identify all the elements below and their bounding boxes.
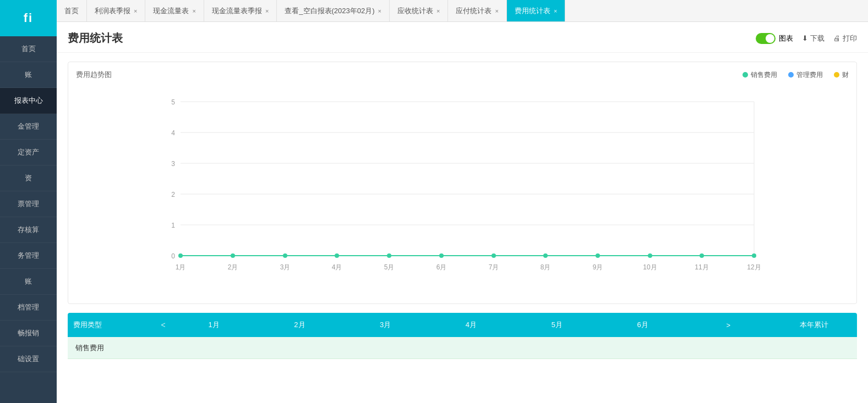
dot-sales-7 (492, 253, 496, 258)
th-month-3: 3月 (342, 320, 428, 330)
chart-label: 图表 (779, 34, 793, 43)
th-month-5: 5月 (514, 320, 600, 330)
svg-text:2月: 2月 (228, 263, 238, 271)
sidebar-item-invoice[interactable]: 票管理 (0, 191, 57, 217)
tab-cashflow[interactable]: 现金流量表 × (145, 0, 204, 21)
content-area: 费用统计表 图表 ⬇ 下载 🖨 打印 费用趋势图 (57, 22, 868, 403)
dot-sales-8 (543, 253, 548, 258)
table-header-row: 费用类型 < 1月 2月 3月 4月 5月 6月 > 本年累计 (68, 313, 857, 337)
svg-text:2: 2 (171, 191, 175, 198)
tab-payable[interactable]: 应付统计表 × (448, 0, 506, 21)
svg-text:9月: 9月 (593, 263, 603, 271)
svg-text:10月: 10月 (643, 263, 657, 271)
sidebar-item-home[interactable]: 首页 (0, 36, 57, 62)
tab-expense-stats[interactable]: 费用统计表 × (507, 0, 565, 21)
print-button[interactable]: 🖨 打印 (833, 34, 857, 43)
dot-sales-9 (596, 253, 600, 258)
sidebar-item-capital[interactable]: 资 (0, 165, 57, 191)
table-section: 费用类型 < 1月 2月 3月 4月 5月 6月 > 本年累计 销售费用 (68, 313, 857, 359)
chart-toggle-group: 图表 (756, 33, 793, 44)
legend-dot-finance (834, 72, 839, 78)
th-month-4: 4月 (428, 320, 514, 330)
tab-close-cashflow-quarterly[interactable]: × (265, 8, 269, 14)
th-month-6: 6月 (600, 320, 686, 330)
legend-sales: 销售费用 (743, 70, 777, 80)
sidebar-item-cash[interactable]: 金管理 (0, 114, 57, 140)
tab-bar: 首页 利润表季报 × 现金流量表 × 现金流量表季报 × 查看_空白报表(202… (57, 0, 868, 22)
svg-text:5月: 5月 (384, 263, 395, 271)
dot-sales-10 (648, 253, 652, 258)
dot-sales-11 (700, 253, 704, 258)
svg-text:1月: 1月 (176, 263, 186, 271)
next-icon[interactable]: > (727, 321, 731, 329)
page-title: 费用统计表 (68, 31, 123, 46)
tab-blank-report[interactable]: 查看_空白报表(2023年02月) × (277, 0, 390, 21)
legend-dot-admin (788, 72, 794, 78)
dot-sales-2 (231, 253, 235, 258)
print-icon: 🖨 (833, 34, 840, 42)
tab-close-blank-report[interactable]: × (378, 8, 381, 14)
svg-text:7月: 7月 (489, 263, 499, 271)
th-nav-next[interactable]: > (685, 321, 771, 329)
dot-sales-12 (752, 253, 756, 258)
table-prev-button[interactable]: < (161, 321, 166, 329)
svg-text:4月: 4月 (332, 263, 342, 271)
tab-cashflow-quarterly[interactable]: 现金流量表季报 × (204, 0, 277, 21)
chart-svg-wrapper: 5 4 3 2 1 0 (76, 85, 849, 296)
sidebar-item-ledger[interactable]: 账 (0, 269, 57, 295)
dot-sales-5 (387, 253, 391, 258)
th-total: 本年累计 (771, 320, 857, 330)
svg-text:4: 4 (171, 129, 175, 137)
header-actions: 图表 ⬇ 下载 🖨 打印 (756, 33, 857, 44)
download-icon: ⬇ (802, 34, 808, 42)
print-label: 打印 (843, 34, 857, 43)
svg-text:1: 1 (171, 222, 175, 229)
svg-text:11月: 11月 (695, 263, 708, 271)
dot-sales-4 (335, 253, 339, 258)
svg-text:12月: 12月 (747, 263, 761, 271)
legend-admin: 管理费用 (788, 70, 823, 80)
sidebar-item-expense[interactable]: 畅报销 (0, 321, 57, 346)
legend-dot-sales (743, 72, 748, 78)
tab-close-expense-stats[interactable]: × (554, 8, 557, 14)
svg-text:0: 0 (171, 252, 175, 260)
tab-receivable[interactable]: 应收统计表 × (390, 0, 448, 21)
sidebar-item-service[interactable]: 务管理 (0, 243, 57, 269)
chart-toggle[interactable] (756, 33, 776, 44)
trend-chart: 5 4 3 2 1 0 (76, 85, 849, 294)
dot-sales-3 (283, 253, 287, 258)
dot-sales-1 (178, 253, 183, 258)
td-type-sales: 销售费用 (68, 343, 172, 353)
th-month-2: 2月 (257, 320, 343, 330)
tab-home[interactable]: 首页 (57, 0, 87, 21)
chart-legend: 销售费用 管理费用 财 (743, 70, 849, 80)
th-type-label: 费用类型 (73, 320, 102, 330)
sidebar-item-inventory[interactable]: 存核算 (0, 217, 57, 243)
sidebar-item-account[interactable]: 账 (0, 62, 57, 88)
download-button[interactable]: ⬇ 下载 (802, 34, 825, 43)
svg-text:6月: 6月 (436, 263, 447, 271)
legend-finance: 财 (834, 70, 849, 80)
tab-close-profit-quarterly[interactable]: × (134, 8, 137, 14)
main-area: 首页 利润表季报 × 现金流量表 × 现金流量表季报 × 查看_空白报表(202… (57, 0, 868, 403)
svg-text:3: 3 (171, 160, 175, 168)
sidebar-item-archive[interactable]: 档管理 (0, 295, 57, 321)
legend-label-admin: 管理费用 (796, 70, 823, 80)
dot-sales-6 (439, 253, 444, 258)
chart-title: 费用趋势图 (76, 70, 112, 80)
sidebar: fi 首页 账 报表中心 金管理 定资产 资 票管理 存核算 务管理 账 档管理… (0, 0, 57, 403)
table-row-sales: 销售费用 (68, 337, 857, 359)
sidebar-item-assets[interactable]: 定资产 (0, 140, 57, 165)
tab-profit-quarterly[interactable]: 利润表季报 × (87, 0, 145, 21)
sidebar-item-settings[interactable]: 础设置 (0, 346, 57, 372)
tab-close-cashflow[interactable]: × (192, 8, 195, 14)
chart-header: 费用趋势图 销售费用 管理费用 财 (76, 70, 849, 80)
download-label: 下载 (810, 34, 825, 43)
tab-close-receivable[interactable]: × (436, 8, 440, 14)
tab-close-payable[interactable]: × (495, 8, 498, 14)
page-header: 费用统计表 图表 ⬇ 下载 🖨 打印 (57, 22, 868, 53)
sidebar-item-reports[interactable]: 报表中心 (0, 88, 57, 114)
legend-label-finance: 财 (842, 70, 849, 80)
th-type: 费用类型 < (68, 320, 171, 330)
chart-container: 费用趋势图 销售费用 管理费用 财 (68, 62, 857, 304)
